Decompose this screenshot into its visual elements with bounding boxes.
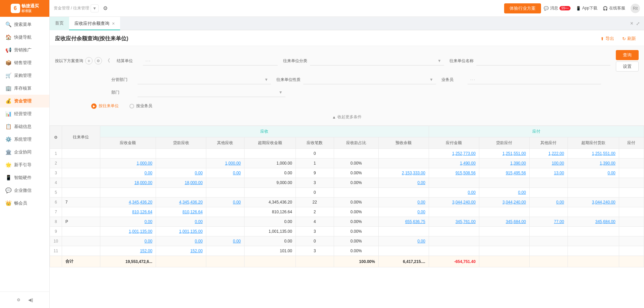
table-cell[interactable]: 3,044,240.00 — [479, 197, 529, 207]
table-cell[interactable]: 1,001,135.00 — [100, 227, 156, 236]
table-cell[interactable]: 1,252,773.00 — [429, 149, 479, 159]
cell-link[interactable]: 0.00 — [233, 200, 240, 205]
sidebar-item-sales[interactable]: 📦 销售管理 — [0, 56, 49, 69]
table-cell[interactable]: 0.00 — [100, 168, 156, 178]
table-cell[interactable]: 655,636.75 — [378, 217, 429, 227]
sidebar-settings-btn[interactable]: ⚙ — [13, 295, 24, 305]
cell-link[interactable]: 2,153,333.00 — [402, 171, 425, 175]
cell-link[interactable]: 1,251,551.00 — [502, 151, 526, 156]
cell-link[interactable]: 152.00 — [190, 249, 203, 253]
export-btn[interactable]: ⬆ 导出 — [598, 34, 617, 43]
table-cell[interactable]: 0.00 — [206, 168, 245, 178]
cell-link[interactable]: 0.00 — [418, 200, 425, 205]
cell-link[interactable]: 0.00 — [233, 171, 240, 175]
table-cell[interactable]: 18,000.00 — [156, 178, 206, 188]
cell-link[interactable]: 345,684.00 — [595, 219, 615, 224]
cell-link[interactable]: 1,001,135.00 — [179, 229, 203, 234]
cell-link[interactable]: 345,761.00 — [455, 219, 476, 224]
sidebar-item-funds[interactable]: 💰 资金管理 — [0, 95, 49, 107]
table-cell[interactable]: 152.00 — [100, 246, 156, 256]
table-cell[interactable]: 0.00 — [100, 236, 156, 246]
table-cell[interactable]: 0.00 — [568, 168, 619, 178]
sidebar-item-quicknav[interactable]: 🏠 快捷导航 — [0, 31, 49, 44]
table-cell[interactable]: 3,044,240.00 — [568, 197, 619, 207]
table-cell[interactable]: 4,345,436.20 — [156, 197, 206, 207]
collapse-more-btn[interactable]: ▲ 收起更多条件 — [55, 113, 639, 121]
cell-link[interactable]: 18,000.00 — [185, 180, 203, 185]
table-cell[interactable]: 152.00 — [156, 246, 206, 256]
table-cell[interactable]: 1,390.00 — [568, 159, 619, 168]
table-cell[interactable]: 0.00 — [378, 178, 429, 188]
table-cell[interactable]: 0.00 — [206, 236, 245, 246]
filter-gear-btn[interactable]: ⚙ — [95, 57, 102, 64]
table-settings-header[interactable]: ⚙ — [50, 126, 62, 149]
table-cell[interactable]: 1,000.00 — [206, 159, 245, 168]
cell-link[interactable]: 77.00 — [554, 219, 564, 224]
cell-link[interactable]: 655,636.75 — [405, 219, 425, 224]
table-cell[interactable]: 1,251,551.00 — [568, 149, 619, 159]
tab-receivable[interactable]: 应收应付余额查询 × — [69, 17, 120, 30]
sidebar-item-basic[interactable]: 📋 基础信息 — [0, 120, 49, 133]
table-cell[interactable]: 0.00 — [378, 236, 429, 246]
filter-input-settlement[interactable]: ··· — [143, 56, 278, 65]
user-avatar-btn[interactable]: Rit — [631, 4, 640, 13]
table-cell[interactable]: 810,126.64 — [100, 207, 156, 217]
cell-link[interactable]: 1,490.00 — [460, 161, 476, 166]
table-cell[interactable]: 0.00 — [378, 207, 429, 217]
sidebar-item-inventory[interactable]: 🏢 库存核算 — [0, 82, 49, 95]
table-cell[interactable]: 810,126.64 — [156, 207, 206, 217]
cell-link[interactable]: 810,126.64 — [182, 210, 203, 214]
table-cell[interactable]: 77.00 — [529, 217, 568, 227]
filter-add-btn[interactable]: + — [85, 57, 93, 64]
filter-select-section-dept[interactable]: ▼ — [138, 88, 285, 97]
table-cell[interactable]: 4,345,436.20 — [100, 197, 156, 207]
filter-collapse-btn[interactable]: 《 — [104, 57, 111, 64]
cell-link[interactable]: 3,044,240.00 — [502, 200, 526, 205]
cell-link[interactable]: 915,495.56 — [506, 171, 526, 175]
table-cell[interactable]: 0.00 — [100, 217, 156, 227]
tab-fullscreen-icon[interactable]: ⤢ — [636, 21, 640, 26]
messages-btn[interactable]: 💬 消息 99++ — [544, 5, 570, 11]
table-cell[interactable]: 1,222.00 — [529, 149, 568, 159]
app-download-btn[interactable]: 📱 App下载 — [576, 5, 597, 11]
cell-link[interactable]: 0.00 — [195, 239, 203, 244]
cell-link[interactable]: 1,000.00 — [225, 161, 241, 166]
tab-home[interactable]: 首页 — [50, 17, 69, 30]
cell-link[interactable]: 18,000.00 — [135, 180, 152, 185]
table-cell[interactable]: 0.00 — [206, 197, 245, 207]
filter-input-salesman[interactable]: ··· — [468, 75, 601, 84]
table-cell[interactable]: 0.00 — [378, 197, 429, 207]
filter-option-by-salesman[interactable]: 按业务员 — [127, 102, 155, 110]
sidebar-item-hardware[interactable]: 📱 智能硬件 — [0, 171, 49, 184]
table-cell[interactable]: 345,684.00 — [568, 217, 619, 227]
table-cell[interactable]: 915,508.56 — [429, 168, 479, 178]
table-cell[interactable]: 2,153,333.00 — [378, 168, 429, 178]
refresh-btn[interactable]: ↻ 刷新 — [620, 34, 639, 43]
cell-link[interactable]: 0.00 — [418, 180, 425, 185]
tab-close-icon[interactable]: × — [112, 21, 115, 26]
cell-link[interactable]: 0.00 — [556, 200, 564, 205]
table-cell[interactable]: 1,001,135.00 — [156, 227, 206, 236]
cell-link[interactable]: 4,345,436.20 — [179, 200, 203, 205]
table-cell[interactable]: 18,000.00 — [100, 178, 156, 188]
cell-link[interactable]: 0.00 — [145, 219, 152, 224]
table-cell[interactable]: 0.00 — [529, 197, 568, 207]
cell-link[interactable]: 0.00 — [145, 171, 152, 175]
cell-link[interactable]: 4,345,436.20 — [129, 200, 152, 205]
cell-link[interactable]: 1,001,135.00 — [129, 229, 152, 234]
sidebar-item-purchase[interactable]: 🛒 采购管理 — [0, 69, 49, 82]
table-cell[interactable]: 0.00 — [479, 188, 529, 197]
filter-settings-btn[interactable]: 设置 — [616, 61, 639, 72]
sidebar-item-guide[interactable]: 🌟 新手引导 — [0, 159, 49, 171]
sidebar-item-enterprise[interactable]: 🏛️ 企业协同 — [0, 146, 49, 159]
cell-link[interactable]: 1,390.00 — [510, 161, 526, 166]
table-cell[interactable]: 1,000.00 — [100, 159, 156, 168]
sidebar-item-wechat[interactable]: 💬 企业微信 — [0, 184, 49, 197]
tab-close-window-icon[interactable]: × — [630, 20, 633, 27]
sidebar-item-operations[interactable]: 📊 经营管理 — [0, 107, 49, 120]
sidebar-item-marketing[interactable]: 📢 营销推广 — [0, 44, 49, 56]
cell-link[interactable]: 1,252,773.00 — [452, 151, 476, 156]
sidebar-item-system[interactable]: ⚙️ 系统管理 — [0, 133, 49, 146]
cell-link[interactable]: 0.00 — [607, 171, 615, 175]
table-cell[interactable]: 0.00 — [156, 217, 206, 227]
